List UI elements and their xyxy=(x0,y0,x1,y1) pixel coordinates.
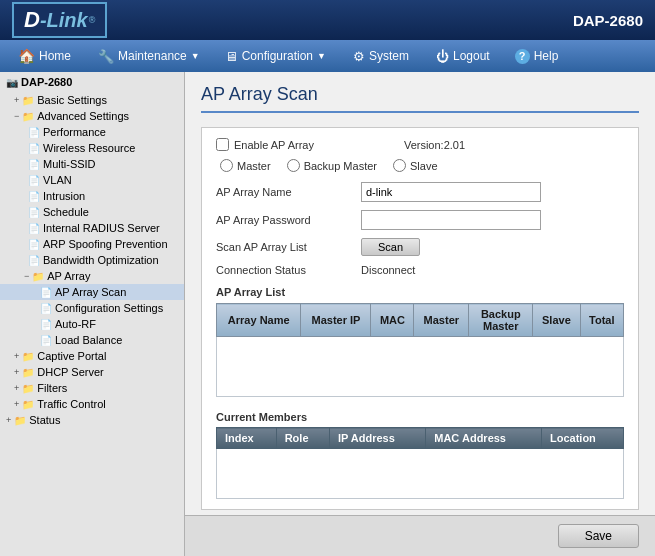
sidebar-item-load-balance[interactable]: 📄 Load Balance xyxy=(0,332,184,348)
sidebar-item-dhcp-server[interactable]: + 📁 DHCP Server xyxy=(0,364,184,380)
table-row-empty xyxy=(217,337,624,397)
nav-maintenance[interactable]: 🔧 Maintenance ▼ xyxy=(86,45,212,68)
nav-help[interactable]: ? Help xyxy=(503,45,571,68)
save-bar: Save xyxy=(185,515,655,556)
col-slave: Slave xyxy=(533,304,580,337)
ap-array-name-input[interactable] xyxy=(361,182,541,202)
form-panel: Enable AP Array Version:2.01 Master Back… xyxy=(201,127,639,510)
col-role: Role xyxy=(276,428,329,449)
sidebar-root[interactable]: 📷 DAP-2680 xyxy=(0,72,184,92)
content-area: AP Array Scan Enable AP Array Version:2.… xyxy=(185,72,655,556)
ap-array-password-label: AP Array Password xyxy=(216,214,361,226)
ap-array-password-input[interactable] xyxy=(361,210,541,230)
col-master-ip: Master IP xyxy=(301,304,371,337)
current-members-title: Current Members xyxy=(216,411,624,423)
col-location: Location xyxy=(541,428,623,449)
version-text: Version:2.01 xyxy=(404,139,465,151)
connection-status-value: Disconnect xyxy=(361,264,415,276)
sidebar-item-status[interactable]: + 📁 Status xyxy=(0,412,184,428)
header: D -Link ® DAP-2680 xyxy=(0,0,655,40)
sidebar-item-config-settings[interactable]: 📄 Configuration Settings xyxy=(0,300,184,316)
sidebar-item-ap-array[interactable]: − 📁 AP Array xyxy=(0,268,184,284)
navbar: 🏠 Home 🔧 Maintenance ▼ 🖥 Configuration ▼… xyxy=(0,40,655,72)
sidebar-item-arp-spoofing[interactable]: 📄 ARP Spoofing Prevention xyxy=(0,236,184,252)
sidebar-item-advanced-settings[interactable]: − 📁 Advanced Settings xyxy=(0,108,184,124)
scan-button[interactable]: Scan xyxy=(361,238,420,256)
sidebar-item-wireless-resource[interactable]: 📄 Wireless Resource xyxy=(0,140,184,156)
logo-reg: ® xyxy=(89,15,96,25)
nav-logout[interactable]: ⏻ Logout xyxy=(424,45,502,68)
scan-ap-array-label: Scan AP Array List xyxy=(216,241,361,253)
nav-configuration[interactable]: 🖥 Configuration ▼ xyxy=(213,45,338,68)
sidebar: 📷 DAP-2680 + 📁 Basic Settings − 📁 Advanc… xyxy=(0,72,185,556)
connection-status-label: Connection Status xyxy=(216,264,361,276)
sidebar-item-auto-rf[interactable]: 📄 Auto-RF xyxy=(0,316,184,332)
logo: D -Link ® xyxy=(12,2,107,38)
col-mac-address: MAC Address xyxy=(426,428,542,449)
master-radio[interactable] xyxy=(220,159,233,172)
nav-home[interactable]: 🏠 Home xyxy=(4,44,85,68)
header-model: DAP-2680 xyxy=(573,12,643,29)
ap-array-list-title: AP Array List xyxy=(216,286,624,298)
col-total: Total xyxy=(580,304,624,337)
ap-array-table: Array Name Master IP MAC Master BackupMa… xyxy=(216,303,624,397)
nav-system[interactable]: ⚙ System xyxy=(339,45,423,68)
ap-array-name-label: AP Array Name xyxy=(216,186,361,198)
sidebar-item-schedule[interactable]: 📄 Schedule xyxy=(0,204,184,220)
col-ip-address: IP Address xyxy=(329,428,425,449)
logo-d: D xyxy=(24,7,40,33)
save-button[interactable]: Save xyxy=(558,524,639,548)
backup-master-radio[interactable] xyxy=(287,159,300,172)
backup-master-radio-label[interactable]: Backup Master xyxy=(287,159,377,172)
enable-ap-array-checkbox[interactable] xyxy=(216,138,229,151)
slave-radio-label[interactable]: Slave xyxy=(393,159,438,172)
members-row-empty xyxy=(217,449,624,499)
sidebar-item-filters[interactable]: + 📁 Filters xyxy=(0,380,184,396)
sidebar-item-basic-settings[interactable]: + 📁 Basic Settings xyxy=(0,92,184,108)
slave-radio[interactable] xyxy=(393,159,406,172)
col-mac: MAC xyxy=(371,304,414,337)
enable-ap-array-label: Enable AP Array xyxy=(234,139,314,151)
sidebar-item-bandwidth-opt[interactable]: 📄 Bandwidth Optimization xyxy=(0,252,184,268)
page-title: AP Array Scan xyxy=(201,84,639,113)
sidebar-item-ap-array-scan[interactable]: 📄 AP Array Scan xyxy=(0,284,184,300)
col-master: Master xyxy=(414,304,469,337)
col-backup-master: BackupMaster xyxy=(469,304,533,337)
col-array-name: Array Name xyxy=(217,304,301,337)
members-table: Index Role IP Address MAC Address Locati… xyxy=(216,427,624,499)
sidebar-item-captive-portal[interactable]: + 📁 Captive Portal xyxy=(0,348,184,364)
sidebar-item-traffic-control[interactable]: + 📁 Traffic Control xyxy=(0,396,184,412)
master-radio-label[interactable]: Master xyxy=(220,159,271,172)
sidebar-item-intrusion[interactable]: 📄 Intrusion xyxy=(0,188,184,204)
col-index: Index xyxy=(217,428,277,449)
sidebar-item-internal-radius[interactable]: 📄 Internal RADIUS Server xyxy=(0,220,184,236)
sidebar-item-multi-ssid[interactable]: 📄 Multi-SSID xyxy=(0,156,184,172)
sidebar-item-performance[interactable]: 📄 Performance xyxy=(0,124,184,140)
sidebar-item-vlan[interactable]: 📄 VLAN xyxy=(0,172,184,188)
logo-link: -Link xyxy=(40,9,88,32)
